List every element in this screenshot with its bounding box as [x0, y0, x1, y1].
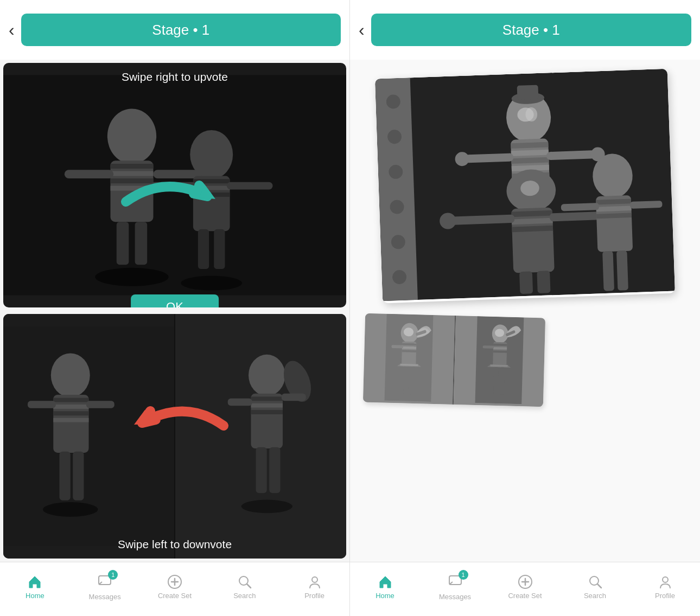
svg-rect-88: [561, 203, 599, 211]
svg-rect-42: [251, 410, 283, 414]
svg-rect-40: [251, 396, 283, 401]
messages-icon-wrapper-left: 1: [97, 573, 112, 591]
teal-arrow-right: [120, 169, 229, 226]
svg-rect-3: [111, 164, 154, 169]
left-bottom-nav: Home 1 Messages Create Set: [0, 562, 349, 616]
svg-rect-124: [499, 367, 505, 394]
swipe-right-label: Swipe right to upvote: [3, 70, 346, 84]
small-card-right: [454, 316, 545, 407]
profile-label-left: Profile: [304, 592, 324, 600]
large-photo-card: [375, 69, 676, 304]
svg-rect-89: [630, 201, 663, 209]
svg-rect-31: [53, 418, 88, 422]
svg-line-130: [597, 584, 601, 588]
profile-icon-left: [307, 574, 322, 589]
right-stage-pill: Stage • 1: [371, 14, 691, 46]
svg-rect-20: [198, 229, 209, 269]
nav-search-left[interactable]: Search: [223, 574, 266, 600]
svg-line-55: [247, 584, 251, 588]
messages-badge-left: 1: [108, 570, 118, 580]
red-arrow-left: [120, 396, 229, 452]
bottom-photo-row: [359, 316, 691, 405]
right-back-button[interactable]: ‹: [359, 21, 365, 39]
svg-rect-82: [537, 271, 550, 293]
profile-icon-right: [658, 574, 673, 589]
svg-rect-34: [60, 452, 71, 501]
swipe-left-card: Swipe left to downvote: [3, 314, 346, 559]
svg-point-1: [107, 108, 156, 164]
messages-label-right: Messages: [439, 593, 471, 601]
svg-rect-9: [117, 222, 129, 265]
svg-rect-39: [251, 394, 283, 448]
svg-rect-119: [493, 350, 507, 353]
nav-messages-left[interactable]: 1 Messages: [83, 573, 126, 601]
swipe-tutorial: Swipe right to upvote OK: [0, 60, 349, 562]
search-label-right: Search: [584, 592, 606, 600]
nav-profile-left[interactable]: Profile: [293, 574, 336, 600]
svg-rect-33: [86, 401, 114, 408]
nav-search-right[interactable]: Search: [574, 574, 617, 600]
svg-rect-46: [256, 447, 267, 493]
home-label-right: Home: [376, 592, 394, 600]
create-label-left: Create Set: [158, 592, 192, 600]
svg-rect-111: [410, 367, 415, 395]
svg-rect-73: [511, 207, 555, 273]
svg-point-48: [241, 500, 293, 514]
nav-profile-right[interactable]: Profile: [644, 574, 687, 600]
nav-create-right[interactable]: Create Set: [504, 574, 547, 600]
svg-rect-35: [73, 452, 84, 501]
left-phone-panel: ‹ Stage • 1: [0, 0, 350, 616]
svg-rect-29: [53, 405, 88, 409]
messages-label-left: Messages: [89, 593, 121, 601]
svg-point-131: [663, 577, 668, 582]
nav-messages-right[interactable]: 1 Messages: [434, 573, 477, 601]
left-stage-pill: Stage • 1: [21, 14, 341, 46]
create-icon-right: [518, 574, 533, 589]
nav-create-left[interactable]: Create Set: [153, 574, 196, 600]
svg-rect-107: [402, 350, 416, 352]
svg-rect-91: [616, 251, 628, 291]
small-card-left: [363, 313, 455, 405]
messages-icon-wrapper-right: 1: [448, 573, 463, 591]
ok-button[interactable]: OK: [131, 294, 219, 307]
svg-rect-110: [403, 367, 409, 395]
svg-point-36: [43, 502, 98, 517]
svg-point-26: [51, 354, 90, 397]
svg-rect-117: [493, 344, 507, 347]
svg-rect-21: [214, 229, 225, 269]
swipe-right-card: Swipe right to upvote OK: [3, 63, 346, 307]
svg-rect-10: [135, 222, 148, 265]
svg-rect-71: [517, 85, 538, 100]
svg-rect-27: [53, 395, 88, 453]
nav-home-right[interactable]: Home: [364, 574, 407, 600]
svg-point-56: [312, 577, 317, 582]
svg-rect-81: [519, 271, 533, 294]
svg-rect-7: [65, 170, 113, 178]
left-top-bar: ‹ Stage • 1: [0, 0, 349, 60]
svg-rect-44: [282, 394, 306, 401]
messages-badge-right: 1: [459, 570, 468, 580]
svg-rect-118: [493, 347, 507, 350]
profile-label-right: Profile: [655, 592, 675, 600]
svg-rect-32: [28, 401, 56, 408]
home-label-left: Home: [26, 592, 44, 600]
svg-point-22: [95, 268, 168, 286]
home-icon-left: [27, 574, 42, 589]
svg-rect-28: [53, 398, 88, 402]
svg-rect-30: [53, 411, 88, 415]
svg-rect-45: [228, 399, 252, 406]
svg-rect-66: [464, 153, 513, 163]
create-label-right: Create Set: [508, 592, 542, 600]
left-content-area: Swipe right to upvote OK: [0, 60, 349, 562]
svg-rect-106: [402, 347, 416, 349]
right-content-area: [350, 60, 700, 562]
left-back-button[interactable]: ‹: [9, 21, 15, 39]
large-photo-svg: [375, 69, 675, 301]
nav-home-left[interactable]: Home: [13, 574, 56, 600]
home-icon-right: [378, 574, 393, 589]
svg-rect-109: [391, 345, 403, 348]
create-icon-left: [167, 574, 182, 589]
svg-rect-121: [482, 345, 494, 349]
svg-rect-19: [227, 182, 273, 190]
right-phone-panel: ‹ Stage • 1: [350, 0, 700, 616]
